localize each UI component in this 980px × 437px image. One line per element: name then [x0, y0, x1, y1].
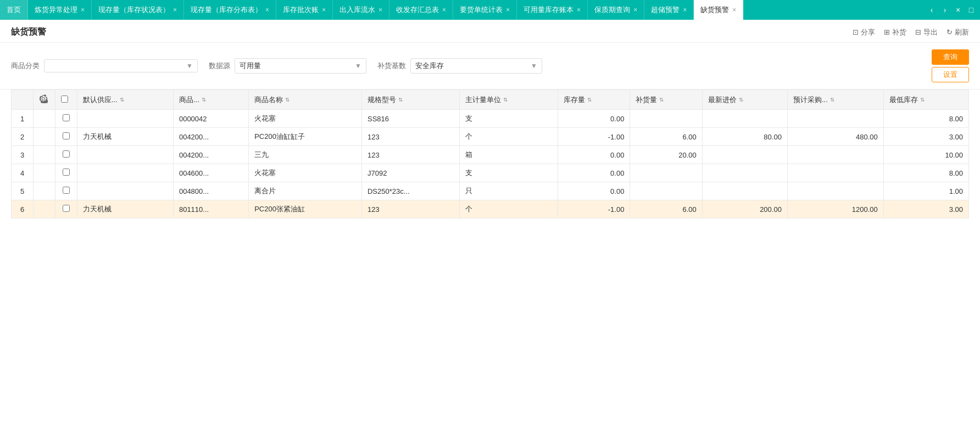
- table-row: 3 004200... 三九 123 箱 0.00 20.00 10.00: [12, 146, 969, 164]
- th-unit[interactable]: 主计量单位 ⇅: [460, 90, 558, 110]
- row-checkbox-3[interactable]: [63, 169, 70, 176]
- datasource-select[interactable]: 可用量 ▼: [235, 58, 366, 74]
- tab-next-button[interactable]: ›: [938, 3, 951, 16]
- cell-latest-price-2: [702, 146, 787, 164]
- th-goods-code[interactable]: 商品... ⇅: [173, 90, 248, 110]
- gear-icon[interactable]: [39, 94, 48, 103]
- tab-close-expiry[interactable]: ×: [633, 6, 637, 14]
- tab-available-ledger[interactable]: 可用量库存账本×: [517, 0, 588, 20]
- row-checkbox-cell-1[interactable]: [55, 128, 77, 146]
- th-min-stock[interactable]: 最低库存 ⇅: [883, 90, 968, 110]
- maximize-button[interactable]: □: [965, 3, 978, 16]
- share-action[interactable]: ⊡ 分享: [853, 27, 875, 37]
- replenish-label: 补货: [892, 27, 906, 37]
- row-gear-2: [34, 146, 55, 164]
- tab-close-available-ledger[interactable]: ×: [577, 6, 581, 14]
- cell-unit-2: 箱: [460, 146, 558, 164]
- row-gear-0: [34, 110, 55, 128]
- th-goods-name[interactable]: 商品名称 ⇅: [249, 90, 362, 110]
- cell-replenish-5: 6.00: [630, 200, 702, 218]
- base-dropdown-icon: ▼: [531, 62, 537, 70]
- tab-demand-stat[interactable]: 要货单统计表×: [453, 0, 517, 20]
- refresh-icon: ↻: [946, 28, 953, 36]
- filter-bar: 商品分类 ▼ 数据源 可用量 ▼ 补货基数 安全库存 ▼ 查询 设置: [0, 43, 980, 89]
- row-checkbox-cell-0[interactable]: [55, 110, 77, 128]
- th-checkbox[interactable]: [55, 90, 77, 110]
- tab-close-inout-flow[interactable]: ×: [378, 6, 382, 14]
- row-checkbox-cell-4[interactable]: [55, 182, 77, 200]
- th-spec[interactable]: 规格型号 ⇅: [361, 90, 459, 110]
- page-title: 缺货预警: [11, 26, 46, 38]
- tab-inout-flow[interactable]: 出入库流水×: [333, 0, 389, 20]
- header-actions: ⊡ 分享 ⊞ 补货 ⊟ 导出 ↻ 刷新: [853, 27, 969, 37]
- cell-spec-1: 123: [361, 128, 459, 146]
- tab-label-inout-flow: 出入库流水: [339, 5, 375, 15]
- tab-expiry[interactable]: 保质期查询×: [588, 0, 644, 20]
- cell-latest-price-5: 200.00: [702, 200, 787, 218]
- goods-name-sort-icon: ⇅: [285, 97, 289, 103]
- cell-spec-4: DS250*23c...: [361, 182, 459, 200]
- select-all-checkbox[interactable]: [61, 96, 68, 103]
- tab-close-inventory-status[interactable]: ×: [173, 6, 177, 14]
- cell-stock-0: 0.00: [558, 110, 630, 128]
- tab-inventory-dist[interactable]: 现存量（库存分布表）×: [184, 0, 276, 20]
- cell-spec-3: J7092: [361, 164, 459, 182]
- th-stock-label: 库存量: [564, 95, 585, 105]
- row-checkbox-2[interactable]: [63, 150, 70, 158]
- tab-close-shortage[interactable]: ×: [732, 6, 736, 14]
- export-action[interactable]: ⊟ 导出: [915, 27, 938, 37]
- replenish-action[interactable]: ⊞ 补货: [884, 27, 906, 37]
- table-row: 4 004600... 火花塞 J7092 支 0.00 8.00: [12, 164, 969, 182]
- cell-est-purchase-0: [787, 110, 883, 128]
- refresh-label: 刷新: [955, 27, 969, 37]
- tab-overstock[interactable]: 超储预警×: [644, 0, 694, 20]
- refresh-action[interactable]: ↻ 刷新: [946, 27, 969, 37]
- cell-goods-name-4: 离合片: [249, 182, 362, 200]
- tab-close-inventory-dist[interactable]: ×: [265, 6, 269, 14]
- cell-latest-price-1: 80.00: [702, 128, 787, 146]
- tab-close-batch-account[interactable]: ×: [322, 6, 326, 14]
- table-row: 2 力天机械 004200... PC200油缸缸子 123 个 -1.00 6…: [12, 128, 969, 146]
- row-checkbox-1[interactable]: [63, 132, 70, 139]
- base-select[interactable]: 安全库存 ▼: [410, 58, 542, 74]
- tab-home[interactable]: 首页: [0, 0, 28, 20]
- row-checkbox-cell-5[interactable]: [55, 200, 77, 218]
- cell-unit-3: 支: [460, 164, 558, 182]
- th-unit-label: 主计量单位: [465, 95, 501, 105]
- close-window-button[interactable]: ×: [951, 3, 965, 16]
- category-select[interactable]: ▼: [44, 59, 198, 72]
- datasource-filter-group: 数据源 可用量 ▼: [209, 58, 366, 74]
- tab-close-abnormal[interactable]: ×: [81, 6, 85, 14]
- cell-goods-code-2: 004200...: [173, 146, 248, 164]
- cell-goods-code-0: 0000042: [173, 110, 248, 128]
- th-replenish[interactable]: 补货量 ⇅: [630, 90, 702, 110]
- tab-close-collect-summary[interactable]: ×: [442, 6, 446, 14]
- query-button[interactable]: 查询: [932, 49, 969, 65]
- tab-batch-account[interactable]: 库存批次账×: [276, 0, 333, 20]
- settings-button[interactable]: 设置: [932, 67, 969, 82]
- cell-replenish-3: [630, 164, 702, 182]
- row-checkbox-cell-3[interactable]: [55, 164, 77, 182]
- row-checkbox-4[interactable]: [63, 187, 70, 194]
- row-checkbox-5[interactable]: [63, 205, 70, 212]
- th-supplier[interactable]: 默认供应... ⇅: [77, 90, 174, 110]
- tab-close-overstock[interactable]: ×: [683, 6, 687, 14]
- tab-prev-button[interactable]: ‹: [925, 3, 938, 16]
- cell-goods-name-2: 三九: [249, 146, 362, 164]
- tab-collect-summary[interactable]: 收发存汇总表×: [389, 0, 453, 20]
- cell-stock-5: -1.00: [558, 200, 630, 218]
- row-checkbox-cell-2[interactable]: [55, 146, 77, 164]
- cell-min-stock-0: 8.00: [883, 110, 968, 128]
- th-est-purchase[interactable]: 预计采购... ⇅: [787, 90, 883, 110]
- cell-replenish-1: 6.00: [630, 128, 702, 146]
- cell-replenish-0: [630, 110, 702, 128]
- tab-inventory-status[interactable]: 现存量（库存状况表）×: [92, 0, 184, 20]
- cell-goods-name-0: 火花塞: [249, 110, 362, 128]
- th-latest-price[interactable]: 最新进价 ⇅: [702, 90, 787, 110]
- tab-close-demand-stat[interactable]: ×: [506, 6, 510, 14]
- cell-goods-name-3: 火花塞: [249, 164, 362, 182]
- tab-shortage[interactable]: 缺货预警×: [694, 0, 743, 20]
- th-stock[interactable]: 库存量 ⇅: [558, 90, 630, 110]
- tab-abnormal[interactable]: 炼货异常处理×: [28, 0, 92, 20]
- row-checkbox-0[interactable]: [63, 114, 70, 121]
